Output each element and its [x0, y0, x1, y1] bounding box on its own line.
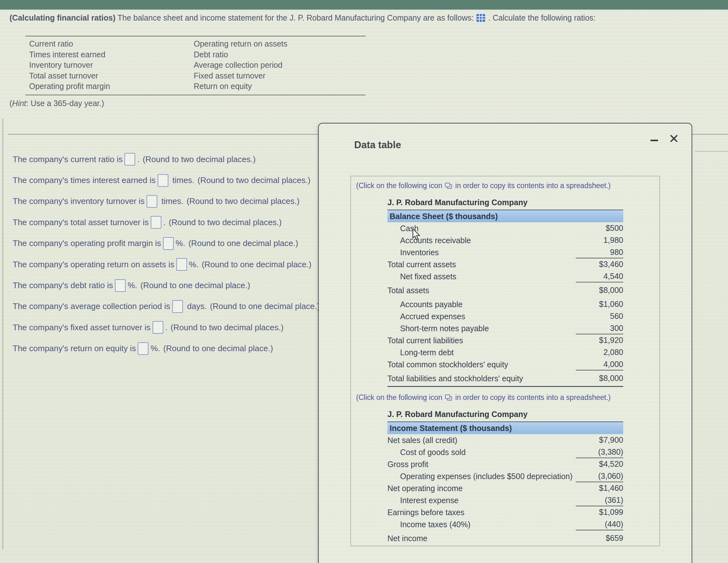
- table-row: Accrued expenses560: [387, 310, 623, 322]
- table-row: Gross profit$4,520: [387, 458, 623, 470]
- table-row: Total common stockholders' equity4,000: [387, 359, 623, 371]
- statement-operating-return-on-assets: The company's operating return on assets…: [13, 254, 320, 275]
- minimize-button[interactable]: [648, 135, 661, 146]
- answer-input-fixed-asset-turnover[interactable]: [153, 321, 163, 334]
- answer-input-debt-ratio[interactable]: [115, 279, 126, 292]
- rounding-note: (Round to two decimal places.): [186, 196, 299, 206]
- hint-text: (Hint: Use a 365-day year.): [9, 99, 104, 108]
- statement-debt-ratio: The company's debt ratio is%.(Round to o…: [13, 275, 320, 296]
- statement-unit: times.: [159, 196, 184, 206]
- data-table-dialog: Data table ✕ (Click on the following ico…: [318, 123, 692, 563]
- table-row: Long-term debt2,080: [387, 347, 623, 359]
- copy-icon[interactable]: [445, 183, 452, 189]
- close-icon: ✕: [668, 131, 679, 146]
- table-row: Operating expenses (includes $500 deprec…: [387, 470, 623, 482]
- table-row: Net operating income$1,460: [387, 482, 623, 494]
- mouse-cursor: [412, 228, 421, 241]
- company-name: J. P. Robard Manufacturing Company: [387, 197, 623, 207]
- ratio-item: Current ratio: [25, 39, 190, 49]
- answer-statements: The company's current ratio is.(Round to…: [13, 149, 320, 359]
- copy-instruction: (Click on the following icon in order to…: [356, 181, 659, 190]
- statement-text: The company's current ratio is: [13, 154, 122, 164]
- statement-times-interest-earned: The company's times interest earned is t…: [13, 170, 320, 191]
- statement-unit: %.: [128, 280, 137, 291]
- answer-input-total-asset-turnover[interactable]: [151, 216, 161, 228]
- spreadsheet-grid-icon[interactable]: [476, 14, 486, 22]
- statement-text: The company's operating return on assets…: [13, 259, 174, 269]
- statement-unit: .: [163, 217, 166, 227]
- statement-text: The company's total asset turnover is: [13, 217, 149, 227]
- balance-sheet-header: Balance Sheet ($ thousands): [387, 210, 623, 222]
- table-row: Total current liabilities$1,920: [387, 335, 623, 347]
- statement-average-collection-period: The company's average collection period …: [13, 296, 320, 317]
- ratio-item: Fixed asset turnover: [190, 71, 366, 81]
- statement-unit: %.: [176, 238, 185, 248]
- left-panel-border: [3, 119, 3, 549]
- rounding-note: (Round to two decimal places.): [171, 323, 284, 333]
- balance-sheet-table: J. P. Robard Manufacturing Company Balan…: [387, 197, 623, 387]
- ratios-list: Current ratio Operating return on assets…: [25, 36, 366, 95]
- table-row: Short-term notes payable300: [387, 322, 623, 335]
- rounding-note: (Round to two decimal places.): [198, 175, 311, 185]
- table-row: Total liabilities and stockholders' equi…: [387, 372, 623, 385]
- rounding-note: (Round to one decimal place.): [140, 280, 250, 291]
- statement-unit: %.: [189, 259, 198, 269]
- question-header: (Calculating financial ratios) The balan…: [9, 13, 596, 22]
- rounding-note: (Round to one decimal place.): [210, 302, 320, 311]
- statement-unit: days.: [185, 302, 207, 311]
- answer-input-return-on-equity[interactable]: [138, 342, 148, 355]
- answer-input-average-collection-period[interactable]: [172, 300, 183, 313]
- answer-input-times-interest-earned[interactable]: [158, 174, 168, 187]
- table-row: Net fixed assets4,540: [387, 270, 623, 283]
- table-rule: [387, 386, 623, 387]
- question-intro: The balance sheet and income statement f…: [116, 13, 474, 22]
- income-statement-header: Income Statement ($ thousands): [387, 422, 623, 434]
- statement-text: The company's times interest earned is: [13, 175, 156, 185]
- table-row: Earnings before taxes$1,099: [387, 506, 623, 518]
- ratio-item: Return on equity: [190, 81, 366, 92]
- statement-unit: times.: [170, 175, 195, 185]
- table-rule: [387, 546, 623, 546]
- statement-unit: .: [165, 323, 167, 333]
- copy-icon[interactable]: [445, 395, 452, 401]
- close-button[interactable]: ✕: [666, 130, 682, 147]
- rounding-note: (Round to one decimal place.): [188, 238, 298, 248]
- question-title: (Calculating financial ratios): [9, 13, 116, 22]
- statement-unit: .: [137, 154, 139, 164]
- minimize-icon: [650, 140, 658, 141]
- ratio-item: Operating return on assets: [190, 39, 366, 49]
- table-row: Total current assets$3,460: [387, 258, 623, 270]
- statement-inventory-turnover: The company's inventory turnover is time…: [13, 191, 320, 212]
- statement-text: The company's inventory turnover is: [13, 196, 145, 206]
- rounding-note: (Round to one decimal place.): [163, 344, 273, 354]
- statement-text: The company's debt ratio is: [13, 280, 113, 291]
- data-table-panel: (Click on the following icon in order to…: [350, 176, 660, 546]
- table-row: Net sales (all credit)$7,900: [387, 434, 623, 446]
- rounding-note: (Round to one decimal place.): [202, 259, 311, 269]
- answer-input-operating-profit-margin[interactable]: [163, 237, 174, 250]
- ratio-item: Inventory turnover: [25, 60, 190, 71]
- table-row: Total assets$8,000: [387, 285, 623, 297]
- statement-unit: %.: [150, 344, 160, 354]
- ratio-item: Debt ratio: [190, 49, 366, 60]
- statement-text: The company's return on equity is: [13, 344, 136, 354]
- table-row: Accounts payable$1,060: [387, 298, 623, 310]
- answer-input-operating-return-on-assets[interactable]: [176, 258, 187, 271]
- statement-total-asset-turnover: The company's total asset turnover is.(R…: [13, 212, 320, 233]
- table-row: Inventories980: [387, 246, 623, 258]
- table-row: Cost of goods sold(3,380): [387, 446, 623, 458]
- income-statement-table: J. P. Robard Manufacturing Company Incom…: [387, 410, 623, 546]
- copy-instruction: (Click on the following icon in order to…: [356, 393, 659, 402]
- table-row: Cash$500: [387, 222, 623, 234]
- statement-fixed-asset-turnover: The company's fixed asset turnover is.(R…: [13, 317, 320, 338]
- dialog-title: Data table: [354, 139, 401, 151]
- answer-input-inventory-turnover[interactable]: [147, 195, 157, 208]
- ratio-item: Total asset turnover: [25, 71, 190, 81]
- table-row: Net income$659: [387, 532, 623, 544]
- statement-operating-profit-margin: The company's operating profit margin is…: [13, 233, 320, 254]
- question-tail: . Calculate the following ratios:: [488, 13, 595, 22]
- background-line: [695, 151, 728, 152]
- answer-input-current-ratio[interactable]: [124, 153, 135, 166]
- table-row: Income taxes (40%)(440): [387, 518, 623, 530]
- company-name: J. P. Robard Manufacturing Company: [387, 410, 623, 419]
